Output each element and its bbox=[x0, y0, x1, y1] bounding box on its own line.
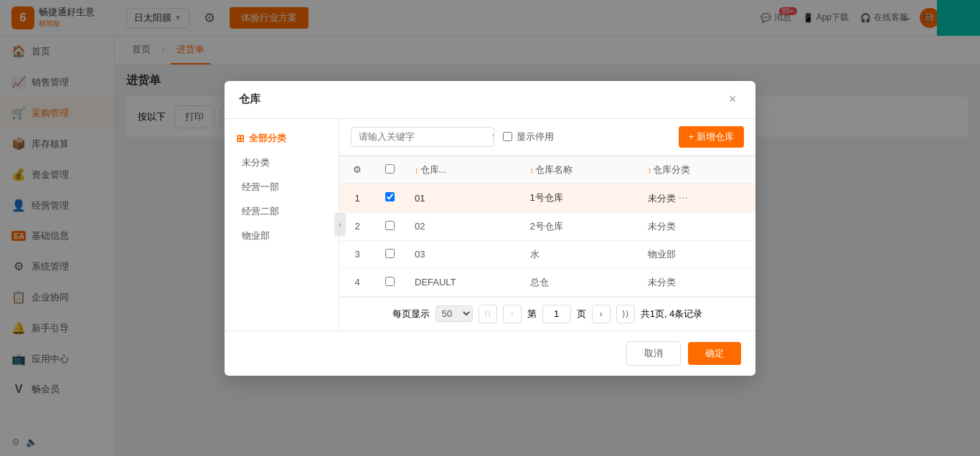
page-label-before: 第 bbox=[527, 308, 537, 320]
all-categories-label: 全部分类 bbox=[249, 132, 286, 145]
row-index: 4 bbox=[339, 268, 375, 296]
row-checkbox[interactable] bbox=[375, 184, 405, 212]
search-button[interactable]: 🔍 bbox=[486, 128, 494, 146]
table-wrap: ⚙ ↕仓库... ↕仓库名称 bbox=[339, 156, 755, 297]
row-index: 1 bbox=[339, 184, 375, 212]
col-settings: ⚙ bbox=[339, 156, 375, 184]
row-actions-button[interactable]: ··· bbox=[678, 191, 687, 204]
col-code: ↕仓库... bbox=[405, 156, 520, 184]
col-checkbox bbox=[375, 156, 405, 184]
row-code: 03 bbox=[405, 240, 520, 268]
content-panel: 🔍 显示停用 + 新增仓库 bbox=[339, 119, 755, 331]
row-code: 01 bbox=[405, 184, 520, 212]
grid-icon: ⊞ bbox=[236, 133, 245, 144]
collapse-panel-button[interactable]: ‹ bbox=[334, 213, 346, 236]
cancel-button[interactable]: 取消 bbox=[626, 341, 681, 366]
category-operations-dept2[interactable]: 经营二部 bbox=[225, 199, 339, 224]
row-name: 1号仓库 bbox=[520, 184, 638, 212]
sort-icon: ↕ bbox=[648, 166, 652, 174]
search-box: 🔍 bbox=[351, 127, 494, 147]
category-property[interactable]: 物业部 bbox=[225, 224, 339, 248]
row-checkbox[interactable] bbox=[375, 212, 405, 240]
row-index: 3 bbox=[339, 240, 375, 268]
table-header-row: ⚙ ↕仓库... ↕仓库名称 bbox=[339, 156, 755, 184]
dialog-title: 仓库 bbox=[239, 92, 260, 106]
next-page-button[interactable]: › bbox=[592, 305, 611, 323]
prev-page-button[interactable]: ‹ bbox=[503, 305, 522, 323]
warehouse-dialog: 仓库 × ⊞ 全部分类 未分类 经营一部 经营二部 物业部 ‹ bbox=[225, 81, 755, 376]
settings-col-icon: ⚙ bbox=[353, 164, 362, 175]
category-panel: ⊞ 全部分类 未分类 经营一部 经营二部 物业部 ‹ bbox=[225, 119, 339, 331]
table-row[interactable]: 4 DEFAULT 总仓 未分类 bbox=[339, 268, 755, 296]
row-name: 水 bbox=[520, 240, 638, 268]
row-checkbox[interactable] bbox=[375, 240, 405, 268]
warehouse-table: ⚙ ↕仓库... ↕仓库名称 bbox=[339, 156, 755, 297]
row-category: 未分类 bbox=[638, 212, 755, 240]
dialog-close-button[interactable]: × bbox=[724, 91, 741, 108]
sort-icon: ↕ bbox=[415, 166, 419, 174]
row-category: 未分类 ··· bbox=[638, 184, 755, 212]
row-code: 02 bbox=[405, 212, 520, 240]
page-input[interactable] bbox=[542, 305, 571, 323]
pagination: 每页显示 50 10 20 100 ⟨⟨ ‹ 第 页 › ⟩⟩ 共1页, 4条记… bbox=[339, 297, 755, 331]
table-row[interactable]: 2 02 2号仓库 未分类 bbox=[339, 212, 755, 240]
show-disabled-label[interactable]: 显示停用 bbox=[503, 130, 554, 143]
table-row[interactable]: 1 01 1号仓库 未分类 ··· bbox=[339, 184, 755, 212]
show-disabled-text: 显示停用 bbox=[517, 130, 554, 143]
col-category: ↕仓库分类 bbox=[638, 156, 755, 184]
sort-icon: ↕ bbox=[530, 166, 534, 174]
select-all-checkbox[interactable] bbox=[385, 164, 395, 174]
search-input[interactable] bbox=[352, 128, 486, 146]
row-name: 总仓 bbox=[520, 268, 638, 296]
content-toolbar: 🔍 显示停用 + 新增仓库 bbox=[339, 119, 755, 156]
row-name: 2号仓库 bbox=[520, 212, 638, 240]
dialog-footer: 取消 确定 bbox=[225, 331, 755, 376]
page-label-after: 页 bbox=[577, 308, 586, 320]
row-checkbox[interactable] bbox=[375, 268, 405, 296]
category-unclassified[interactable]: 未分类 bbox=[225, 151, 339, 175]
all-categories-item[interactable]: ⊞ 全部分类 bbox=[225, 126, 339, 151]
modal-overlay: 仓库 × ⊞ 全部分类 未分类 经营一部 经营二部 物业部 ‹ bbox=[0, 0, 980, 456]
per-page-label: 每页显示 bbox=[392, 308, 430, 320]
category-operations-dept1[interactable]: 经营一部 bbox=[225, 175, 339, 199]
add-warehouse-button[interactable]: + 新增仓库 bbox=[679, 126, 744, 148]
total-info: 共1页, 4条记录 bbox=[641, 308, 703, 320]
confirm-button[interactable]: 确定 bbox=[688, 342, 741, 365]
first-page-button[interactable]: ⟨⟨ bbox=[479, 305, 497, 323]
dialog-header: 仓库 × bbox=[225, 81, 755, 119]
dialog-body: ⊞ 全部分类 未分类 经营一部 经营二部 物业部 ‹ 🔍 bbox=[225, 119, 755, 331]
row-code: DEFAULT bbox=[405, 268, 520, 296]
row-category: 物业部 bbox=[638, 240, 755, 268]
last-page-button[interactable]: ⟩⟩ bbox=[616, 305, 635, 323]
show-disabled-checkbox[interactable] bbox=[503, 132, 512, 141]
row-category: 未分类 bbox=[638, 268, 755, 296]
per-page-select[interactable]: 50 10 20 100 bbox=[435, 305, 473, 322]
table-row[interactable]: 3 03 水 物业部 bbox=[339, 240, 755, 268]
col-name: ↕仓库名称 bbox=[520, 156, 638, 184]
